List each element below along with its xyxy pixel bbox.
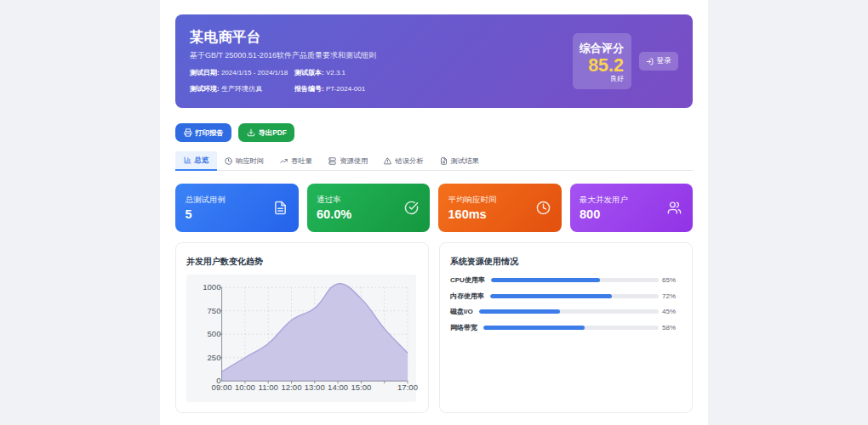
svg-text:500: 500	[207, 329, 220, 338]
svg-text:14:00: 14:00	[328, 382, 348, 392]
svg-text:17:00: 17:00	[397, 382, 418, 392]
svg-text:11:00: 11:00	[259, 382, 278, 392]
svg-text:13:00: 13:00	[305, 382, 325, 392]
svg-text:15:00: 15:00	[351, 382, 371, 392]
svg-text:09:00: 09:00	[212, 382, 232, 392]
svg-text:750: 750	[207, 305, 220, 314]
svg-text:10:00: 10:00	[235, 382, 255, 392]
svg-text:250: 250	[207, 352, 220, 361]
svg-text:12:00: 12:00	[281, 382, 301, 392]
svg-text:1000: 1000	[203, 282, 220, 292]
